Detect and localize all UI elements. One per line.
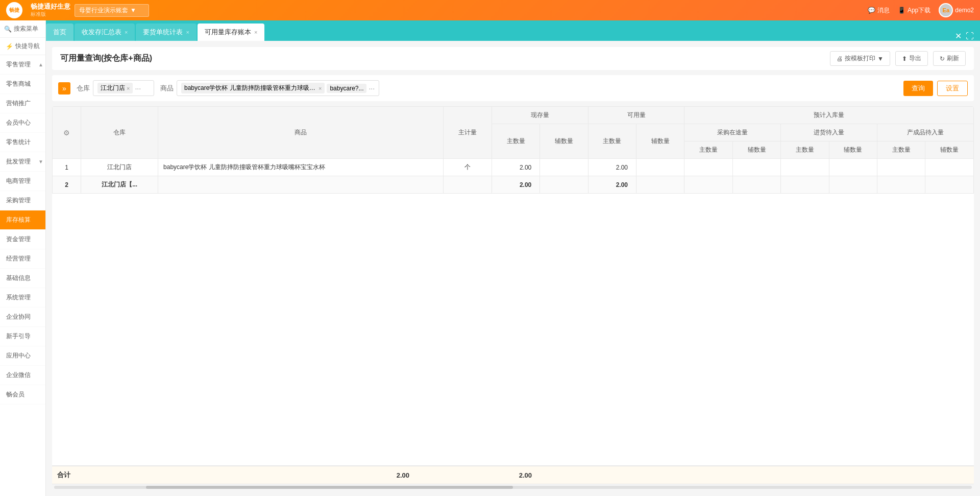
horizontal-scrollbar[interactable] bbox=[52, 484, 974, 490]
cell-product: babycare学饮杯 儿童防摔防撞吸管杯重力球吸嘴杯宝宝水杯 bbox=[158, 159, 444, 176]
scrollbar-track[interactable] bbox=[54, 486, 972, 489]
th-main-unit: 主计量 bbox=[444, 107, 492, 159]
app-download-label: App下载 bbox=[908, 6, 930, 15]
cell-index: 1 bbox=[53, 159, 81, 176]
sidebar-item-finance[interactable]: 资金管理 bbox=[0, 230, 45, 249]
logo-texts: 畅捷通好生意 标准版 bbox=[31, 3, 70, 18]
tab-keyongliang[interactable]: 可用量库存账本 × bbox=[198, 23, 264, 41]
page-body: 可用量查询(按仓库+商品) 🖨 按模板打印 ▼ ⬆ 导出 ↻ 刷新 bbox=[46, 41, 980, 496]
tab-close-all-icon[interactable]: ✕ bbox=[955, 31, 962, 41]
page-title-bar: 可用量查询(按仓库+商品) 🖨 按模板打印 ▼ ⬆ 导出 ↻ 刷新 bbox=[52, 47, 974, 70]
sidebar-item-label: 零售管理 bbox=[2, 60, 38, 69]
sidebar-item-label: 企业微信 bbox=[2, 371, 43, 380]
cell-available-aux bbox=[636, 159, 684, 176]
sidebar-quick-nav[interactable]: ⚡ 快捷导航 bbox=[0, 38, 45, 55]
sidebar-item-vip[interactable]: 畅会员 bbox=[0, 385, 45, 405]
sidebar-item-system[interactable]: 系统管理 bbox=[0, 288, 45, 308]
cell-produced-aux bbox=[925, 176, 974, 194]
sidebar-item-member[interactable]: 会员中心 bbox=[0, 113, 45, 133]
th-available-group: 可用量 bbox=[588, 107, 684, 124]
sidebar-item-app-center[interactable]: 应用中心 bbox=[0, 346, 45, 366]
sidebar-item-wholesale-mgmt[interactable]: 批发管理 ▼ bbox=[0, 152, 45, 172]
sidebar-item-retail-mgmt[interactable]: 零售管理 ▲ bbox=[0, 55, 45, 75]
sidebar-item-ecommerce[interactable]: 电商管理 bbox=[0, 172, 45, 191]
warehouse-tag: 江北门店 × bbox=[97, 83, 133, 93]
filter-section: » 仓库 江北门店 × ··· 商品 bbox=[52, 75, 974, 101]
th-settings[interactable]: ⚙ bbox=[53, 107, 81, 159]
template-print-label: 按模板打印 bbox=[845, 54, 875, 63]
sidebar-item-newbie[interactable]: 新手引导 bbox=[0, 327, 45, 346]
th-produced-group: 产成品待入量 bbox=[877, 124, 974, 141]
message-action[interactable]: 💬 消息 bbox=[868, 6, 890, 15]
content-pane: 首页 收发存汇总表 × 要货单统计表 × 可用量库存账本 × ✕ ⛶ bbox=[46, 20, 980, 496]
sidebar-item-label: 畅会员 bbox=[2, 390, 43, 399]
product-input[interactable]: babycare学饮杯 儿童防摔防撞吸管杯重力球吸嘴杯宝宝水杯 × babyca… bbox=[177, 80, 379, 96]
tab-close-icon[interactable]: × bbox=[186, 29, 189, 35]
mobile-icon: 📱 bbox=[898, 7, 905, 14]
sidebar-item-basic-info[interactable]: 基础信息 bbox=[0, 269, 45, 288]
settings-label: 设置 bbox=[946, 84, 959, 92]
query-button[interactable]: 查询 bbox=[903, 81, 933, 96]
sidebar-item-label: 零售统计 bbox=[2, 138, 43, 147]
main-unit-col-label: 主计量 bbox=[458, 129, 477, 136]
tab-maximize-icon[interactable]: ⛶ bbox=[966, 32, 974, 41]
sidebar-item-label: 经营管理 bbox=[2, 254, 43, 263]
warehouse-remove-icon[interactable]: × bbox=[127, 85, 130, 91]
th-current-main: 主数量 bbox=[492, 124, 540, 159]
footer-current-stock-main: 2.00 bbox=[356, 471, 418, 479]
chevron-icon: ▲ bbox=[38, 62, 43, 67]
sidebar-item-inventory[interactable]: 库存核算 bbox=[0, 210, 45, 230]
header-left: 畅捷 畅捷通好生意 标准版 母婴行业演示账套 ▼ bbox=[6, 2, 149, 18]
settings-icon[interactable]: ⚙ bbox=[63, 129, 70, 137]
cell-available-main: 2.00 bbox=[588, 159, 636, 176]
tab-home[interactable]: 首页 bbox=[46, 23, 74, 41]
th-warehouse: 仓库 bbox=[81, 107, 158, 159]
sidebar-item-wechat[interactable]: 企业微信 bbox=[0, 366, 45, 385]
sidebar-item-retail-store[interactable]: 零售商城 bbox=[0, 75, 45, 94]
template-print-button[interactable]: 🖨 按模板打印 ▼ bbox=[830, 51, 890, 66]
warehouse-input[interactable]: 江北门店 × ··· bbox=[93, 80, 154, 96]
product-col-label: 商品 bbox=[295, 129, 307, 136]
warehouse-tag-value: 江北门店 bbox=[101, 84, 125, 92]
th-incoming-main: 主数量 bbox=[781, 141, 829, 159]
user-action[interactable]: Ea demo2 bbox=[939, 3, 974, 17]
product-tag-value-2: babycare?... bbox=[330, 85, 363, 92]
th-current-aux: 辅数量 bbox=[540, 124, 588, 159]
sidebar-item-purchase[interactable]: 采购管理 bbox=[0, 191, 45, 210]
product-remove-icon-1[interactable]: × bbox=[318, 85, 322, 91]
industry-selector[interactable]: 母婴行业演示账套 ▼ bbox=[75, 4, 149, 17]
table-scroll[interactable]: ⚙ 仓库 商品 主计量 bbox=[52, 106, 974, 465]
cell-purchase-aux bbox=[732, 176, 780, 194]
sidebar-item-retail-stats[interactable]: 零售统计 bbox=[0, 133, 45, 152]
tab-close-icon[interactable]: × bbox=[125, 29, 128, 35]
app-download-action[interactable]: 📱 App下载 bbox=[898, 6, 930, 15]
product-filter: 商品 babycare学饮杯 儿童防摔防撞吸管杯重力球吸嘴杯宝宝水杯 × bab… bbox=[160, 80, 379, 96]
warehouse-label: 仓库 bbox=[77, 84, 90, 93]
tab-keyongliang-label: 可用量库存账本 bbox=[205, 28, 251, 37]
settings-button[interactable]: 设置 bbox=[937, 81, 968, 96]
industry-label: 母婴行业演示账套 bbox=[79, 6, 128, 15]
current-stock-label: 现存量 bbox=[531, 111, 549, 119]
message-label: 消息 bbox=[877, 6, 890, 15]
sidebar-search[interactable]: 🔍 搜索菜单 bbox=[0, 20, 45, 38]
th-available-aux: 辅数量 bbox=[636, 124, 684, 159]
sidebar-item-label: 企业协同 bbox=[2, 313, 43, 321]
scrollbar-thumb[interactable] bbox=[146, 486, 513, 489]
tab-shoufacun[interactable]: 收发存汇总表 × bbox=[75, 23, 135, 41]
cell-produced-aux bbox=[925, 159, 974, 176]
warehouse-filter: 仓库 江北门店 × ··· bbox=[77, 80, 154, 96]
refresh-button[interactable]: ↻ 刷新 bbox=[933, 51, 966, 66]
tab-yaohuo[interactable]: 要货单统计表 × bbox=[136, 23, 196, 41]
export-button[interactable]: ⬆ 导出 bbox=[895, 51, 928, 66]
tab-close-icon[interactable]: × bbox=[254, 29, 257, 35]
table-section: ⚙ 仓库 商品 主计量 bbox=[52, 106, 974, 490]
cell-index: 2 bbox=[53, 176, 81, 194]
sidebar-item-marketing[interactable]: 营销推广 bbox=[0, 94, 45, 113]
cell-produced-main bbox=[877, 159, 925, 176]
more-icon[interactable]: ··· bbox=[369, 84, 375, 92]
expand-button[interactable]: » bbox=[58, 82, 70, 95]
sidebar-item-operations[interactable]: 经营管理 bbox=[0, 249, 45, 269]
more-icon[interactable]: ··· bbox=[135, 84, 141, 92]
data-table: ⚙ 仓库 商品 主计量 bbox=[52, 106, 974, 194]
sidebar-item-enterprise[interactable]: 企业协同 bbox=[0, 308, 45, 327]
